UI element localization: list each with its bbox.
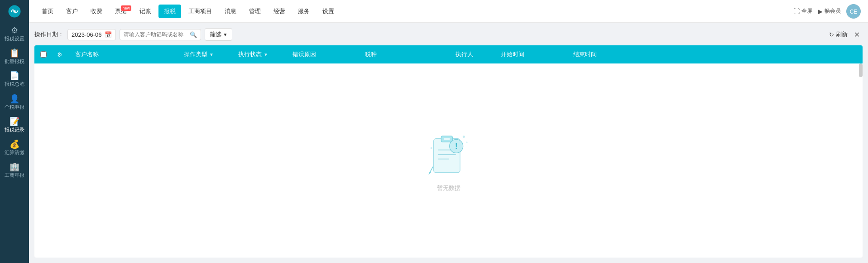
scroll-indicator[interactable]	[859, 63, 863, 77]
th-executor: 执行人	[451, 47, 496, 62]
sidebar-item-baoshui-zonglian-label: 报税总览	[5, 81, 24, 87]
svg-point-16	[430, 147, 432, 149]
sidebar-item-huisuan-jiaona-label: 汇算清缴	[5, 150, 24, 156]
th-settings[interactable]: ⚙	[53, 48, 71, 62]
sidebar-item-baoshui-shezhi-label: 报税设置	[5, 36, 24, 42]
gongshang-nianbao-icon: 🏢	[10, 163, 19, 171]
th-tax-type: 税种	[360, 47, 451, 62]
search-icon: 🔍	[190, 31, 197, 38]
sidebar-item-huisuan-jiaona[interactable]: 💰 汇算清缴	[0, 136, 29, 159]
baoshui-jilu-icon: 📝	[10, 117, 19, 126]
empty-state: ! 暂无数据	[426, 129, 471, 192]
topnav-item-jingying[interactable]: 经营	[268, 5, 291, 18]
sidebar-item-piliang-baoshui[interactable]: 📋 批量报税	[0, 45, 29, 68]
main-area: 首页 客户 收费 票据 new 记账 报税 工商项目 消息	[29, 0, 868, 263]
piliang-baoshui-icon: 📋	[10, 49, 19, 57]
svg-rect-6	[444, 138, 450, 140]
table-header: ⚙ 客户名称 操作类型 ▼ 执行状态 ▼ 错误原因 税种	[34, 45, 863, 63]
topnav: 首页 客户 收费 票据 new 记账 报税 工商项目 消息	[29, 0, 868, 23]
sidebar-item-baoshui-shezhi[interactable]: ⚙ 报税设置	[0, 23, 29, 45]
sidebar-item-baoshui-zonglian[interactable]: 📄 报税总览	[0, 68, 29, 91]
sidebar-item-baoshui-jilu[interactable]: 📝 报税记录	[0, 114, 29, 136]
fullscreen-icon: ⛶	[793, 8, 800, 15]
geshuishenre-icon: 👤	[10, 95, 19, 103]
huisuan-jiaona-icon: 💰	[10, 140, 19, 148]
topnav-item-shezhi[interactable]: 设置	[317, 5, 340, 18]
topnav-item-gongshang-xiangmu[interactable]: 工商项目	[183, 5, 217, 18]
svg-point-15	[466, 141, 467, 143]
topnav-item-shoufei[interactable]: 收费	[85, 5, 108, 18]
th-exec-status[interactable]: 执行状态 ▼	[234, 47, 288, 62]
sidebar-item-baoshui-jilu-label: 报税记录	[5, 127, 24, 133]
chevron-down-icon: ▼	[223, 32, 228, 37]
svg-point-14	[462, 136, 465, 138]
date-label: 操作日期：	[34, 30, 64, 39]
sidebar-logo	[0, 0, 29, 23]
topnav-item-xiaoxi[interactable]: 消息	[219, 5, 242, 18]
avatar[interactable]: CE	[846, 4, 861, 19]
search-input[interactable]	[124, 31, 188, 38]
topnav-item-fuwu[interactable]: 服务	[293, 5, 315, 18]
topnav-item-jizhang[interactable]: 记账	[134, 5, 157, 18]
topnav-item-shouye[interactable]: 首页	[36, 5, 59, 18]
topnav-item-kehu[interactable]: 客户	[61, 5, 83, 18]
refresh-button[interactable]: ↻ 刷新	[829, 30, 848, 39]
sort-icon-exec-status: ▼	[264, 52, 268, 57]
toolbar: 操作日期： 2023-06-06 📅 🔍 筛选 ▼ ↻ 刷新 ✕	[34, 28, 863, 41]
topnav-items: 首页 客户 收费 票据 new 记账 报税 工商项目 消息	[36, 5, 793, 18]
th-customer-name: 客户名称	[71, 47, 179, 62]
settings-icon: ⚙	[57, 51, 62, 58]
sort-icon-operation-type: ▼	[209, 52, 214, 57]
empty-illustration: !	[426, 129, 471, 179]
search-box[interactable]: 🔍	[120, 29, 201, 40]
member-button[interactable]: ▶ 畅会员	[818, 7, 841, 15]
topnav-item-piaoju[interactable]: 票据 new	[110, 5, 132, 18]
sidebar-item-geshuishenre[interactable]: 👤 个税申报	[0, 91, 29, 114]
topnav-item-baoshui[interactable]: 报税	[158, 5, 181, 18]
fullscreen-button[interactable]: ⛶ 全屏	[793, 7, 812, 15]
calendar-icon: 📅	[105, 31, 112, 38]
baoshui-shezhi-icon: ⚙	[11, 26, 18, 34]
date-picker[interactable]: 2023-06-06 📅	[67, 29, 116, 40]
topnav-item-guanli[interactable]: 管理	[244, 5, 266, 18]
filter-button[interactable]: 筛选 ▼	[205, 28, 233, 41]
topnav-right: ⛶ 全屏 ▶ 畅会员 CE	[793, 4, 861, 19]
close-button[interactable]: ✕	[851, 29, 863, 40]
th-start-time: 开始时间	[496, 47, 569, 62]
member-icon: ▶	[818, 8, 823, 15]
piaoju-new-badge: new	[121, 5, 131, 11]
sidebar-item-geshuishenre-label: 个税申报	[5, 104, 24, 110]
svg-text:CE: CE	[850, 9, 858, 15]
th-end-time: 结束时间	[569, 47, 632, 62]
select-all-checkbox[interactable]	[40, 51, 47, 58]
svg-point-1	[13, 10, 16, 13]
sidebar: ⚙ 报税设置 📋 批量报税 📄 报税总览 👤 个税申报 📝 报税记录 💰 汇算清…	[0, 0, 29, 263]
page-content: 操作日期： 2023-06-06 📅 🔍 筛选 ▼ ↻ 刷新 ✕	[29, 23, 868, 263]
sidebar-item-gongshang-nianbao[interactable]: 🏢 工商年报	[0, 159, 29, 182]
table-container: ⚙ 客户名称 操作类型 ▼ 执行状态 ▼ 错误原因 税种	[34, 45, 863, 258]
empty-text: 暂无数据	[437, 184, 460, 192]
th-operation-type[interactable]: 操作类型 ▼	[179, 47, 234, 62]
th-checkbox[interactable]	[34, 48, 53, 61]
filter-label: 筛选	[210, 30, 221, 39]
refresh-icon: ↻	[829, 31, 834, 38]
table-body: ! 暂无数据	[34, 63, 863, 258]
svg-marker-13	[428, 171, 431, 175]
th-error-reason: 错误原因	[288, 47, 360, 62]
sidebar-item-gongshang-nianbao-label: 工商年报	[5, 172, 24, 178]
svg-text:!: !	[455, 142, 457, 151]
baoshui-zonglian-icon: 📄	[10, 72, 19, 80]
sidebar-item-piliang-baoshui-label: 批量报税	[5, 58, 24, 64]
date-value: 2023-06-06	[72, 31, 102, 38]
